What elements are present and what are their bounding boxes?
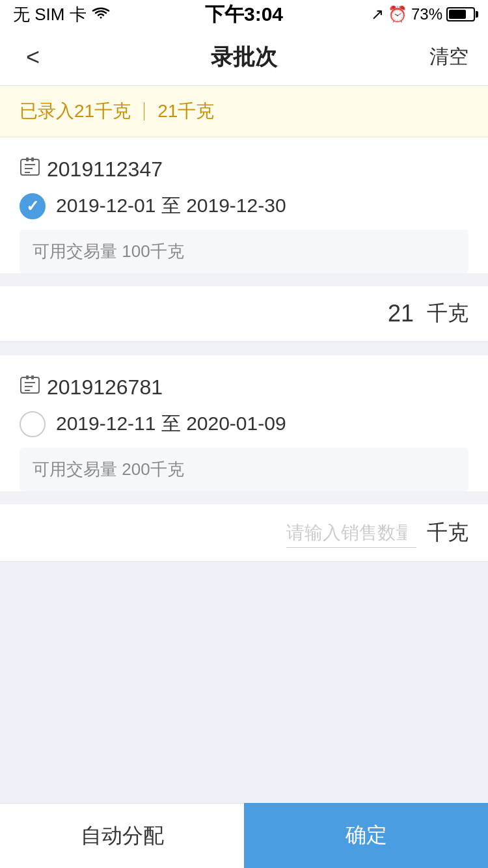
batch-item-1: 2019112347 2019-12-01 至 2019-12-30 可用交易量… [0,137,488,273]
wifi-icon [92,5,110,25]
batch-2-amount-row: 千克 [0,504,488,561]
svg-rect-10 [26,375,29,379]
batch-2-id: 2019126781 [47,375,163,400]
empty-area [0,562,488,842]
batch-1-radio[interactable] [20,193,46,219]
location-icon: ↗ [371,5,384,23]
confirm-button[interactable]: 确定 [244,803,488,868]
summary-value: 21千克 [157,99,214,124]
battery-percent: 73% [411,5,442,23]
batch-1-date-row[interactable]: 2019-12-01 至 2019-12-30 [20,193,468,219]
clear-button[interactable]: 清空 [429,44,468,70]
page-title: 录批次 [211,42,277,72]
summary-label: 已录入21千克 [20,99,131,124]
batch-2-available: 可用交易量 200千克 [20,448,468,491]
batch-2-radio[interactable] [20,411,46,437]
batch-1-id: 2019112347 [47,157,163,182]
svg-rect-11 [31,375,34,379]
section-gap-1 [0,342,488,355]
batch-2-header: 2019126781 [20,375,468,400]
status-bar: 无 SIM 卡 下午3:04 ↗ ⏰ 73% [0,0,488,29]
svg-rect-5 [31,157,34,161]
batch-2-quantity-input[interactable] [286,517,416,548]
battery-icon [446,7,475,21]
batch-2-icon [20,375,40,400]
batch-1-amount-row: 21 千克 [0,286,488,341]
batch-2-date-row[interactable]: 2019-12-11 至 2020-01-09 [20,411,468,437]
batch-item-2: 2019126781 2019-12-11 至 2020-01-09 可用交易量… [0,355,488,491]
batch-1-icon [20,157,40,182]
status-right: ↗ ⏰ 73% [371,5,475,23]
batch-1-input-wrap: 21 [20,300,416,327]
bottom-bar: 自动分配 确定 [0,803,488,868]
batch-2-date: 2019-12-11 至 2020-01-09 [56,411,286,437]
back-button[interactable]: < [20,37,46,77]
batch-2-unit: 千克 [427,519,468,547]
auto-distribute-button[interactable]: 自动分配 [0,803,244,868]
status-left: 无 SIM 卡 [13,3,110,26]
status-time: 下午3:04 [205,1,283,28]
batch-1-unit: 千克 [427,299,468,328]
batch-2-input-wrap[interactable] [20,517,416,548]
alarm-icon: ⏰ [388,5,407,23]
batch-1-available: 可用交易量 100千克 [20,230,468,273]
no-sim-text: 无 SIM 卡 [13,3,87,26]
nav-bar: < 录批次 清空 [0,29,488,86]
summary-bar: 已录入21千克 21千克 [0,86,488,137]
batch-1-amount-value: 21 [388,300,414,327]
svg-rect-4 [26,157,29,161]
batch-1-header: 2019112347 [20,157,468,182]
summary-divider [144,102,144,120]
batch-1-date: 2019-12-01 至 2019-12-30 [56,193,286,219]
